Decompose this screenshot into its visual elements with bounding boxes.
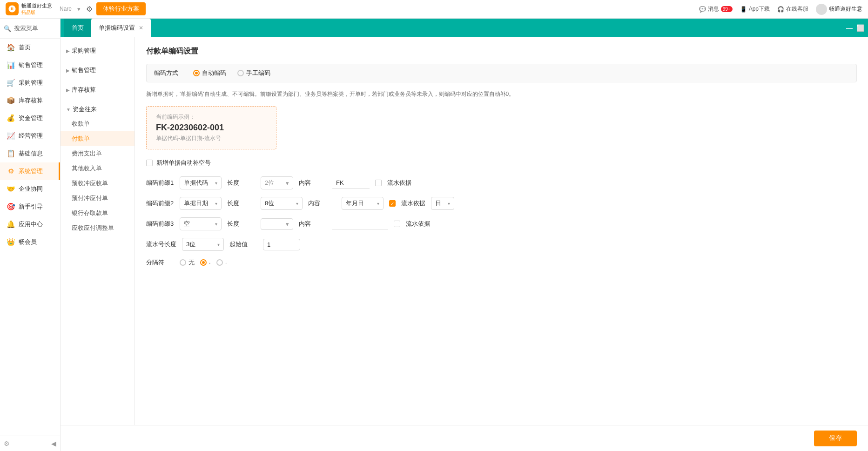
separator-row: 分隔符 无 · · — [146, 258, 857, 267]
logo-text-block: 畅通道好生意 拓品版 — [21, 2, 52, 15]
sec-item-prepay-offset[interactable]: 预收冲应收单 — [61, 176, 135, 191]
flow1-checkbox[interactable] — [375, 180, 382, 186]
sidebar-item-enterprise[interactable]: 🤝 企业协同 — [0, 180, 60, 198]
sec-group-sales-title[interactable]: ▶ 销售管理 — [61, 63, 135, 77]
sidebar-item-label-basic-info: 基础信息 — [19, 149, 43, 158]
save-button[interactable]: 保存 — [814, 431, 857, 446]
content2-select[interactable]: 年月日 ▾ — [342, 197, 384, 210]
sales-icon: 📊 — [7, 61, 15, 69]
bottom-settings-icon[interactable]: ⚙ — [4, 440, 10, 447]
sidebar-item-home[interactable]: 🏠 首页 — [0, 39, 60, 56]
sec-item-adjustment[interactable]: 应收应付调整单 — [61, 221, 135, 236]
sidebar-item-label-sales: 销售管理 — [19, 61, 43, 69]
sidebar-item-basic-info[interactable]: 📋 基础信息 — [0, 145, 60, 162]
encoding-manual-radio[interactable] — [237, 70, 244, 76]
separator-none-label: 无 — [188, 258, 195, 267]
sidebar-item-members[interactable]: 👑 畅会员 — [0, 233, 60, 251]
encoding-auto-option[interactable]: 自动编码 — [193, 69, 226, 77]
length2-select[interactable]: 8位 ▾ — [261, 197, 303, 210]
separator-dot-radio[interactable] — [200, 259, 207, 266]
content2-label: 内容 — [308, 199, 336, 208]
encoding-manual-option[interactable]: 手工编码 — [237, 69, 270, 77]
flow2-checkbox[interactable] — [389, 200, 396, 207]
chevron-down-icon[interactable]: ▾ — [77, 6, 81, 13]
length3-select[interactable]: ▾ — [261, 218, 293, 230]
sec-group-funds-label: 资金往来 — [73, 105, 97, 114]
length1-select[interactable]: 2位 ▾ — [261, 176, 293, 189]
sec-item-payment[interactable]: 付款单 — [61, 131, 135, 146]
serial-start-input[interactable] — [263, 239, 300, 250]
sidebar-item-sales[interactable]: 📊 销售管理 — [0, 56, 60, 74]
tab-home[interactable]: 首页 — [64, 19, 91, 37]
sidebar-item-apps[interactable]: 🔔 应用中心 — [0, 215, 60, 233]
prefix2-arrow-icon: ▾ — [215, 201, 217, 206]
flow2-period-arrow-icon: ▾ — [448, 201, 450, 206]
trial-button[interactable]: 体验行业方案 — [96, 2, 146, 15]
auto-fill-checkbox[interactable] — [146, 160, 153, 166]
user-avatar — [816, 4, 827, 15]
sidebar-item-purchase[interactable]: 🛒 采购管理 — [0, 74, 60, 92]
sidebar-collapse-icon[interactable]: ◀ — [51, 440, 56, 447]
content3-label: 内容 — [299, 220, 327, 228]
prefix1-select[interactable]: 单据代码 ▾ — [180, 176, 222, 189]
flow3-checkbox[interactable] — [394, 221, 400, 227]
message-badge: 99+ — [721, 6, 733, 12]
tab-maximize-icon[interactable]: ⬜ — [856, 24, 864, 32]
sec-item-bank[interactable]: 银行存取款单 — [61, 206, 135, 221]
sidebar-item-inventory[interactable]: 📦 库存核算 — [0, 92, 60, 109]
sec-item-expense[interactable]: 费用支出单 — [61, 146, 135, 161]
sec-group-inventory-title[interactable]: ▶ 库存核算 — [61, 83, 135, 97]
separator-dash-radio[interactable] — [216, 259, 223, 266]
sec-item-receipt[interactable]: 收款单 — [61, 116, 135, 131]
encoding-auto-radio[interactable] — [193, 70, 200, 76]
length1-label: 长度 — [227, 179, 255, 187]
top-bar-right: 💬 消息 99+ 📱 App下载 🎧 在线客服 畅通道好生意 — [699, 4, 862, 15]
serial-length-label: 流水号长度 — [146, 240, 176, 249]
app-download-button[interactable]: 📱 App下载 — [740, 5, 770, 13]
serial-length-select[interactable]: 3位 ▾ — [182, 238, 224, 251]
message-button[interactable]: 💬 消息 99+ — [699, 5, 733, 13]
sidebar-item-finance[interactable]: 💰 资金管理 — [0, 109, 60, 127]
top-bar-left: 畅通道好生意 拓品版 Nare ▾ ⚙ 体验行业方案 — [6, 2, 146, 15]
logo-title: 畅通道好生意 — [21, 2, 52, 9]
inventory-arrow-icon: ▶ — [66, 88, 70, 93]
prefix3-arrow-icon: ▾ — [215, 222, 217, 227]
separator-dash-option[interactable]: · — [216, 259, 227, 266]
sec-item-advance-offset[interactable]: 预付冲应付单 — [61, 191, 135, 206]
sec-group-funds: ▼ 资金往来 收款单 付款单 费用支出单 其他收入单 — [61, 100, 135, 238]
online-service-button[interactable]: 🎧 在线客服 — [777, 5, 808, 13]
prefix3-select[interactable]: 空 ▾ — [180, 217, 222, 230]
tab-minimize-icon[interactable]: — — [846, 24, 853, 32]
search-menu-button[interactable]: 🔍 搜索菜单 — [4, 22, 56, 34]
settings-icon[interactable]: ⚙ — [86, 5, 93, 13]
top-bar-breadcrumb: Nare — [60, 6, 72, 12]
system-icon: ⚙ — [7, 167, 15, 175]
sec-group-purchase-title[interactable]: ▶ 采购管理 — [61, 44, 135, 58]
sidebar-item-system[interactable]: ⚙ 系统管理 — [0, 162, 60, 180]
separator-none-radio[interactable] — [180, 259, 186, 266]
flow1-label: 流水依据 — [387, 179, 411, 187]
message-label: 消息 — [708, 5, 719, 13]
content3-input[interactable] — [332, 218, 388, 229]
flow2-period-select[interactable]: 日 ▾ — [431, 197, 454, 210]
tab-encoding[interactable]: 单据编码设置 ✕ — [91, 19, 151, 37]
sidebar-item-label-apps: 应用中心 — [19, 220, 43, 229]
sidebar-item-label-purchase: 采购管理 — [19, 79, 43, 87]
sidebar-item-operations[interactable]: 📈 经营管理 — [0, 127, 60, 145]
sec-group-funds-title[interactable]: ▼ 资金往来 — [61, 102, 135, 116]
tab-bar: 首页 单据编码设置 ✕ — ⬜ — [61, 19, 868, 37]
separator-none-option[interactable]: 无 — [180, 258, 195, 267]
preview-format: 单据代码-单据日期-流水号 — [156, 135, 267, 142]
tab-close-icon[interactable]: ✕ — [139, 25, 143, 31]
sec-item-other-income[interactable]: 其他收入单 — [61, 161, 135, 176]
prefix2-label: 编码前缀2 — [146, 199, 174, 208]
sidebar-item-label-inventory: 库存核算 — [19, 96, 43, 105]
separator-dot-option[interactable]: · — [200, 259, 211, 266]
prefix2-select[interactable]: 单据日期 ▾ — [180, 197, 222, 210]
content1-input[interactable] — [332, 177, 370, 188]
preview-box: 当前编码示例： FK-20230602-001 单据代码-单据日期-流水号 — [146, 106, 276, 149]
app-download-label: App下载 — [749, 5, 770, 13]
sidebar-item-guide[interactable]: 🎯 新手引导 — [0, 198, 60, 215]
length2-label: 长度 — [227, 199, 255, 208]
user-account[interactable]: 畅通道好生意 — [816, 4, 862, 15]
